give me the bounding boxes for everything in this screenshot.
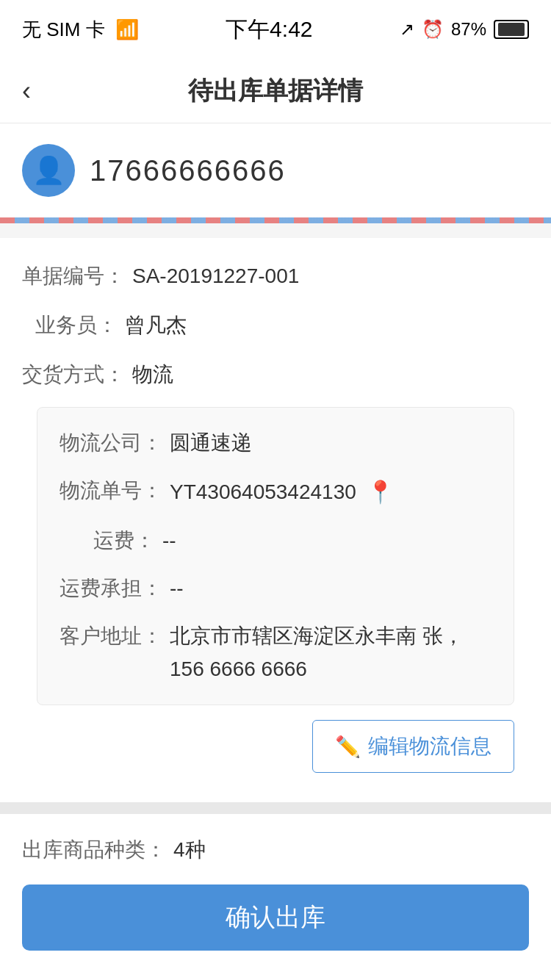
user-phone: 17666666666 bbox=[90, 154, 286, 187]
doc-id-row: 单据编号： SA-20191227-001 bbox=[22, 260, 529, 293]
user-section: 👤 17666666666 bbox=[0, 123, 551, 217]
doc-id-label: 单据编号： bbox=[22, 260, 132, 293]
address-label: 客户地址： bbox=[60, 620, 170, 653]
wifi-icon: 📶 bbox=[115, 18, 139, 41]
edit-icon: ✏️ bbox=[335, 735, 361, 759]
bottom-bar: 确认出库 bbox=[0, 870, 551, 980]
product-types-value: 4种 bbox=[173, 836, 529, 864]
alarm-icon: ⏰ bbox=[422, 19, 444, 40]
address-value: 北京市市辖区海淀区永丰南 张，156 6666 6666 bbox=[170, 620, 491, 686]
carrier-label: 无 SIM 卡 bbox=[22, 17, 105, 43]
staff-value: 曾凡杰 bbox=[125, 309, 529, 342]
section-separator bbox=[0, 802, 551, 814]
document-info-section: 单据编号： SA-20191227-001 业务员： 曾凡杰 交货方式： 物流 … bbox=[0, 238, 551, 802]
confirm-btn-label: 确认出库 bbox=[226, 901, 325, 934]
staff-row: 业务员： 曾凡杰 bbox=[22, 309, 529, 342]
status-bar: 无 SIM 卡 📶 下午4:42 ↗ ⏰ 87% bbox=[0, 0, 551, 59]
product-types-label: 出库商品种类： bbox=[22, 836, 173, 864]
freight-bear-row: 运费承担： -- bbox=[60, 572, 491, 605]
logistics-tracking-value: YT43064053424130 📍 bbox=[170, 475, 491, 510]
confirm-button[interactable]: 确认出库 bbox=[22, 884, 529, 951]
back-button[interactable]: ‹ bbox=[22, 76, 31, 107]
delivery-label: 交货方式： bbox=[22, 359, 132, 392]
page-title: 待出库单据详情 bbox=[188, 74, 363, 108]
tracking-location-icon[interactable]: 📍 bbox=[367, 475, 394, 510]
logistics-company-label: 物流公司： bbox=[60, 427, 170, 460]
logistics-card: 物流公司： 圆通速递 物流单号： YT43064053424130 📍 运费： … bbox=[37, 407, 514, 705]
doc-id-value: SA-20191227-001 bbox=[132, 260, 529, 293]
edit-btn-row: ✏️ 编辑物流信息 bbox=[22, 720, 529, 788]
logistics-company-row: 物流公司： 圆通速递 bbox=[60, 427, 491, 460]
edit-logistics-button[interactable]: ✏️ 编辑物流信息 bbox=[312, 720, 514, 773]
edit-btn-label: 编辑物流信息 bbox=[368, 732, 491, 760]
battery-icon bbox=[494, 20, 529, 39]
status-time: 下午4:42 bbox=[226, 15, 312, 45]
product-types-row: 出库商品种类： 4种 bbox=[22, 836, 529, 864]
address-row: 客户地址： 北京市市辖区海淀区永丰南 张，156 6666 6666 bbox=[60, 620, 491, 686]
freight-row: 运费： -- bbox=[60, 525, 491, 558]
freight-value: -- bbox=[162, 525, 491, 558]
freight-label: 运费： bbox=[60, 525, 162, 558]
dashed-divider bbox=[0, 217, 551, 223]
freight-bear-label: 运费承担： bbox=[60, 572, 170, 605]
logistics-company-value: 圆通速递 bbox=[170, 427, 491, 460]
location-status-icon: ↗ bbox=[400, 19, 414, 40]
logistics-tracking-label: 物流单号： bbox=[60, 475, 170, 508]
freight-bear-value: -- bbox=[170, 572, 491, 605]
logistics-tracking-row: 物流单号： YT43064053424130 📍 bbox=[60, 475, 491, 510]
nav-bar: ‹ 待出库单据详情 bbox=[0, 59, 551, 123]
status-left: 无 SIM 卡 📶 bbox=[22, 17, 139, 43]
battery-label: 87% bbox=[451, 19, 486, 40]
status-right: ↗ ⏰ 87% bbox=[400, 19, 529, 40]
delivery-row: 交货方式： 物流 bbox=[22, 359, 529, 392]
staff-label: 业务员： bbox=[22, 309, 125, 342]
avatar: 👤 bbox=[22, 144, 75, 197]
avatar-icon: 👤 bbox=[32, 155, 65, 186]
delivery-value: 物流 bbox=[132, 359, 529, 392]
